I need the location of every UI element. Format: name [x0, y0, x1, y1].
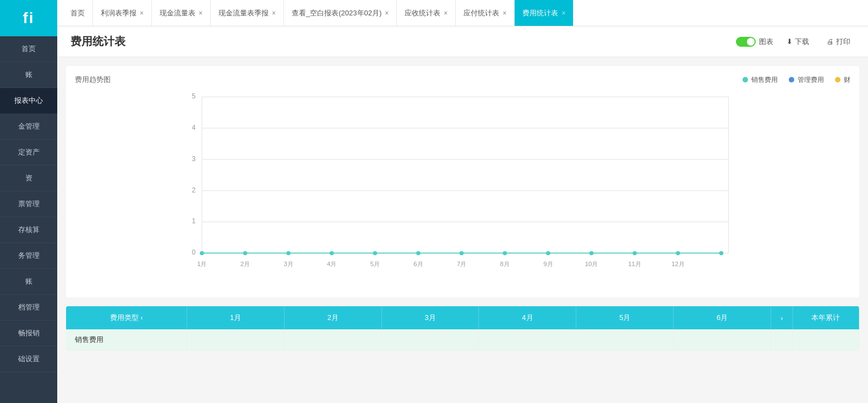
svg-point-19: [416, 251, 421, 256]
svg-point-21: [503, 251, 507, 256]
header-actions: 图表 ⬇ 下载 🖨 打印: [736, 35, 855, 49]
close-icon[interactable]: ×: [561, 9, 565, 17]
download-icon: ⬇: [787, 37, 793, 46]
svg-text:4: 4: [192, 124, 196, 131]
sidebar-item-fixed-assets[interactable]: 定资产: [0, 140, 57, 165]
toggle-thumb: [747, 38, 755, 46]
chart-header: 费用趋势图 销售费用 管理费用 财: [75, 75, 850, 85]
print-icon: 🖨: [827, 37, 834, 46]
chart-title: 费用趋势图: [75, 75, 111, 85]
svg-text:10月: 10月: [585, 261, 598, 267]
th-apr: 4月: [479, 306, 576, 329]
th-jun: 6月: [674, 306, 771, 329]
tab-view-blank[interactable]: 查看_空白报表(2023年02月) ×: [284, 0, 397, 26]
svg-text:7月: 7月: [457, 261, 466, 267]
svg-point-25: [676, 251, 680, 256]
tab-cashflow-quarterly[interactable]: 现金流量表季报 ×: [211, 0, 284, 26]
th-total: 本年累计: [793, 306, 859, 329]
tab-payable-stats[interactable]: 应付统计表 ×: [456, 0, 515, 26]
sidebar-item-inventory[interactable]: 存核算: [0, 217, 57, 243]
close-icon[interactable]: ×: [385, 9, 389, 17]
th-mar: 3月: [382, 306, 479, 329]
svg-text:6月: 6月: [413, 261, 423, 267]
svg-point-23: [589, 251, 594, 256]
sidebar-item-settings[interactable]: 础设置: [0, 346, 57, 372]
th-feb: 2月: [285, 306, 382, 329]
chart-svg-container: 0 1 2 3 4 5: [75, 89, 850, 289]
legend-label-sales: 销售费用: [751, 75, 778, 85]
svg-text:2月: 2月: [241, 261, 250, 267]
svg-point-14: [200, 251, 204, 256]
td-feb: [285, 329, 382, 350]
tab-bar: 首页 利润表季报 × 现金流量表 × 现金流量表季报 × 查看_空白报表(202…: [57, 0, 868, 26]
sidebar-item-report-center[interactable]: 报表中心: [0, 88, 57, 114]
td-jan: [187, 329, 285, 350]
sidebar-item-expense[interactable]: 畅报销: [0, 321, 57, 346]
download-button[interactable]: ⬇ 下载: [782, 35, 814, 49]
svg-point-22: [546, 251, 550, 256]
svg-text:1: 1: [192, 217, 196, 225]
close-icon[interactable]: ×: [199, 9, 203, 17]
chart-section: 费用趋势图 销售费用 管理费用 财: [66, 66, 859, 297]
tab-cashflow[interactable]: 现金流量表 ×: [152, 0, 211, 26]
tab-home[interactable]: 首页: [63, 0, 93, 26]
td-jun: [674, 329, 771, 350]
close-icon[interactable]: ×: [444, 9, 447, 17]
tab-profit-quarterly[interactable]: 利润表季报 ×: [93, 0, 152, 26]
th-type: 费用类型 ‹: [66, 306, 187, 329]
toggle-label: 图表: [759, 37, 773, 47]
sidebar-item-archive[interactable]: 档管理: [0, 295, 57, 321]
page-title: 费用统计表: [70, 34, 125, 49]
svg-text:8月: 8月: [500, 261, 510, 267]
svg-text:3: 3: [192, 155, 196, 163]
td-may: [576, 329, 674, 350]
legend-item-sales: 销售费用: [743, 75, 778, 85]
svg-point-16: [286, 251, 291, 256]
sidebar-logo: fi: [0, 0, 57, 36]
sidebar-item-account[interactable]: 账: [0, 62, 57, 88]
legend-dot-finance: [835, 77, 840, 82]
legend-label-finance: 财: [844, 75, 850, 85]
table-header: 费用类型 ‹ 1月 2月 3月 4月 5月 6月 › 本年累计: [66, 306, 859, 329]
th-jan: 1月: [187, 306, 285, 329]
page-content: 费用统计表 图表 ⬇ 下载 🖨 打印: [57, 26, 868, 403]
th-arrow-right[interactable]: ›: [771, 306, 793, 329]
sidebar: fi 首页 账 报表中心 金管理 定资产 资 票管理 存核算 务管理 账 档管理…: [0, 0, 57, 403]
svg-point-18: [373, 251, 378, 256]
svg-text:5月: 5月: [370, 261, 380, 267]
svg-text:9月: 9月: [543, 261, 553, 267]
sidebar-item-fund[interactable]: 金管理: [0, 114, 57, 140]
svg-text:2: 2: [192, 186, 196, 194]
sidebar-item-salary[interactable]: 资: [0, 165, 57, 191]
chart-legend: 销售费用 管理费用 财: [743, 75, 850, 85]
svg-text:1月: 1月: [197, 261, 206, 267]
svg-text:4月: 4月: [327, 261, 336, 267]
td-arrow: [771, 329, 793, 350]
svg-text:5: 5: [192, 92, 196, 100]
close-icon[interactable]: ×: [272, 9, 276, 17]
svg-text:0: 0: [192, 249, 196, 256]
toggle-track[interactable]: [736, 37, 756, 47]
sidebar-item-receivable[interactable]: 账: [0, 269, 57, 295]
table-section: 费用类型 ‹ 1月 2月 3月 4月 5月 6月 › 本年累计 销售费用: [66, 306, 859, 351]
sidebar-item-home[interactable]: 首页: [0, 36, 57, 62]
tab-receivable-stats[interactable]: 应收统计表 ×: [397, 0, 456, 26]
legend-label-admin: 管理费用: [798, 75, 824, 85]
td-total: [793, 329, 859, 350]
svg-point-24: [632, 251, 637, 256]
sidebar-item-invoice[interactable]: 票管理: [0, 191, 57, 217]
chart-svg: 0 1 2 3 4 5: [75, 89, 850, 287]
td-apr: [479, 329, 576, 350]
svg-text:12月: 12月: [672, 261, 685, 267]
table-body: 销售费用: [66, 329, 859, 351]
table-row: 销售费用: [66, 329, 859, 351]
tab-expense-stats[interactable]: 费用统计表 ×: [515, 0, 574, 26]
svg-text:3月: 3月: [283, 261, 293, 267]
th-arrow-left[interactable]: ‹: [141, 314, 143, 322]
sidebar-item-service[interactable]: 务管理: [0, 243, 57, 269]
close-icon[interactable]: ×: [140, 9, 144, 17]
print-button[interactable]: 🖨 打印: [822, 35, 855, 49]
svg-point-15: [243, 251, 248, 256]
close-icon[interactable]: ×: [503, 9, 506, 17]
chart-toggle[interactable]: 图表: [736, 37, 773, 47]
